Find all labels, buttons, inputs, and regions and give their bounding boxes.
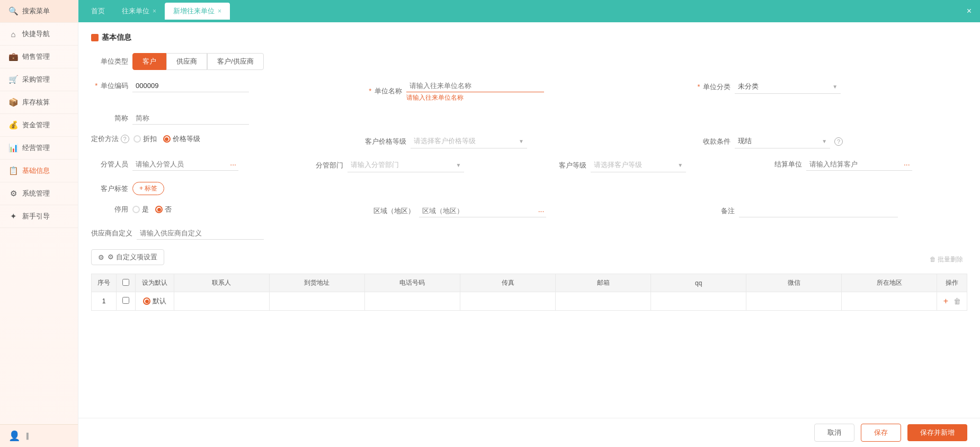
region-label: 区域（地区）	[373, 206, 415, 216]
department-label: 分管部门	[306, 161, 343, 170]
tag-label: 客户标签	[91, 184, 128, 194]
cell-contact[interactable]	[174, 292, 269, 311]
settlement-dots-button[interactable]: ···	[902, 160, 912, 169]
phone-input[interactable]	[370, 297, 455, 305]
sidebar-item-inventory[interactable]: 📦 库存核算	[0, 91, 78, 114]
close-window-button[interactable]: ×	[963, 6, 976, 16]
save-button[interactable]: 保存	[861, 424, 901, 442]
department-field: 分管部门 请输入分管部门 ▼	[306, 158, 549, 172]
sidebar-item-label: 搜索菜单	[22, 6, 50, 16]
qq-input[interactable]	[656, 297, 741, 305]
required-mark2: *	[369, 87, 371, 95]
tab-new-partner-close[interactable]: ×	[218, 7, 221, 15]
section-icon	[91, 34, 99, 41]
sidebar-item-sales[interactable]: 💼 销售管理	[0, 46, 78, 68]
tab-partners[interactable]: 往来单位 ×	[113, 3, 165, 20]
unit-name-input-wrapper: 请输入往来单位名称	[406, 80, 544, 102]
sidebar-item-finance[interactable]: 💰 资金管理	[0, 114, 78, 137]
disabled-no-radio[interactable]: 否	[155, 205, 172, 214]
tab-new-partner[interactable]: 新增往来单位 ×	[165, 3, 230, 20]
pricing-discount-radio[interactable]: 折扣	[133, 134, 157, 144]
sidebar-item-operation[interactable]: 📊 经营管理	[0, 137, 78, 160]
unit-code-field: * 单位编码	[91, 80, 365, 92]
custom-settings-button[interactable]: ⚙ ⚙ 自定义项设置	[91, 249, 164, 265]
department-select[interactable]: 请输入分管部门 ▼	[348, 158, 464, 172]
unit-category-label: * 单位分类	[693, 82, 730, 92]
manager-row: 分管人员 ··· 分管部门 请输入分管部门 ▼ 客户等级 请选择客户等级 ▼	[91, 158, 967, 172]
sidebar-item-guide[interactable]: ✦ 新手引导	[0, 205, 78, 228]
settlement-unit-input[interactable]	[806, 158, 902, 170]
tab-home[interactable]: 首页	[83, 3, 113, 20]
short-name-input[interactable]	[132, 112, 249, 125]
select-all-checkbox[interactable]	[122, 279, 129, 286]
unit-category-select[interactable]: 未分类 ▼	[735, 80, 841, 94]
cell-qq[interactable]	[651, 292, 746, 311]
type-btn-both[interactable]: 客户/供应商	[207, 53, 264, 70]
region-wrapper: ···	[419, 205, 546, 217]
customer-price-level-select[interactable]: 请选择客户价格等级 ▼	[411, 134, 527, 148]
manager-input-wrapper: ···	[132, 158, 238, 171]
unit-category-value: 未分类	[738, 82, 830, 91]
help-icon[interactable]: ?	[121, 135, 129, 143]
cell-wechat[interactable]	[746, 292, 842, 311]
contact-table: 序号 设为默认 联系人 到货地址 电话号码 传真 邮箱 qq 微信 所在地区 操…	[91, 274, 967, 311]
contact-input[interactable]	[180, 297, 264, 305]
manager-dots-button[interactable]: ···	[228, 160, 238, 169]
cell-region[interactable]	[842, 292, 937, 311]
cell-address[interactable]	[269, 292, 364, 311]
sidebar-item-search[interactable]: 🔍 搜索菜单	[0, 0, 78, 23]
add-row-button[interactable]: +	[943, 296, 948, 305]
supplier-custom-input[interactable]	[137, 227, 264, 240]
cell-fax[interactable]	[460, 292, 556, 311]
email-input[interactable]	[561, 297, 645, 305]
sidebar-item-purchase[interactable]: 🛒 采购管理	[0, 68, 78, 91]
region-input2[interactable]	[847, 297, 931, 305]
default-radio[interactable]: 默认	[141, 296, 168, 306]
sidebar-item-basic[interactable]: 📋 基础信息	[0, 160, 78, 182]
customer-price-level-label: 客户价格等级	[365, 137, 406, 146]
disabled-field: 停用 是 否	[91, 205, 361, 214]
sidebar-item-label: 新手引导	[22, 212, 50, 221]
col-set-default: 设为默认	[136, 274, 174, 292]
search-icon: 🔍	[8, 6, 18, 16]
manager-input[interactable]	[132, 158, 228, 170]
unit-code-input[interactable]	[132, 80, 249, 92]
table-row: 1 默认	[92, 292, 967, 311]
payment-terms-select[interactable]: 现结 ▼	[735, 134, 830, 148]
region-input[interactable]	[419, 205, 536, 217]
default-label: 默认	[153, 296, 166, 306]
sidebar-item-label: 资金管理	[22, 120, 50, 130]
radio-inner	[165, 137, 168, 141]
unit-name-input[interactable]	[406, 80, 544, 92]
region-dots-button[interactable]: ···	[536, 207, 547, 215]
delete-row-button[interactable]: 🗑	[954, 297, 961, 305]
cell-phone[interactable]	[364, 292, 460, 311]
tab-bar: 首页 往来单位 × 新增往来单位 × ×	[78, 0, 980, 22]
add-tag-button[interactable]: + 标签	[132, 182, 164, 195]
cell-default[interactable]: 默认	[136, 292, 174, 311]
fax-input[interactable]	[466, 297, 550, 305]
type-btn-supplier[interactable]: 供应商	[166, 53, 207, 70]
sidebar-item-system[interactable]: ⚙ 系统管理	[0, 182, 78, 205]
type-btn-customer[interactable]: 客户	[132, 53, 166, 70]
help-icon2[interactable]: ?	[834, 137, 843, 146]
wechat-input[interactable]	[752, 297, 836, 305]
radio-outer-checked	[163, 135, 171, 143]
disabled-yes-radio[interactable]: 是	[132, 205, 149, 214]
row-checkbox[interactable]	[122, 297, 129, 304]
payment-terms-field: 收款条件 现结 ▼ ?	[693, 134, 967, 148]
batch-delete-button[interactable]: 🗑 批量删除	[925, 253, 967, 266]
pricing-level-radio[interactable]: 价格等级	[163, 134, 200, 144]
cell-email[interactable]	[556, 292, 651, 311]
sidebar-item-quicknav[interactable]: ⌂ 快捷导航	[0, 23, 78, 46]
customer-level-select[interactable]: 请选择客户等级 ▼	[591, 158, 686, 172]
sales-icon: 💼	[8, 52, 18, 62]
save-new-button[interactable]: 保存并新增	[907, 424, 967, 441]
cell-checkbox[interactable]	[117, 292, 136, 311]
cancel-button[interactable]: 取消	[814, 424, 854, 442]
pricing-method-field: 定价方法 ? 折扣 价格等级	[91, 134, 365, 144]
supplier-custom-field: 供应商自定义	[91, 227, 967, 240]
address-input[interactable]	[275, 297, 359, 305]
remark-input[interactable]	[739, 205, 898, 217]
tab-partners-close[interactable]: ×	[153, 7, 156, 15]
